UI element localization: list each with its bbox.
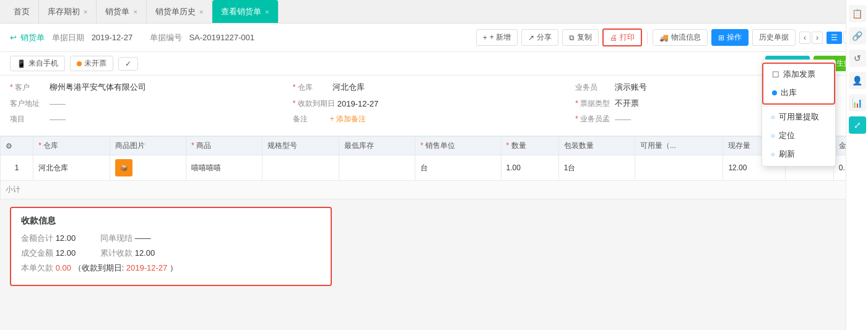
cumulative-value: 12.00 (135, 248, 155, 258)
add-invoice-label: 添加发票 (783, 69, 815, 80)
tab-sales-history[interactable]: 销货单历史 × (147, 0, 212, 23)
transaction-field: 成交金额 12.00 (21, 248, 76, 259)
available-label: 可用量提取 (779, 111, 819, 123)
sidebar-icon-4[interactable]: 👤 (849, 72, 866, 89)
history-button[interactable]: 历史单据 (752, 29, 796, 46)
tab-sales-close[interactable]: × (133, 8, 137, 15)
row-no: 1 (1, 155, 33, 181)
outbound-dot (772, 90, 777, 95)
row-package-qty: 1台 (558, 155, 635, 181)
form-row-2: 客户地址 —— 收款到期日 2019-12-27 票据类型 不开票 (10, 98, 858, 109)
outbound-label: 出库 (781, 87, 797, 98)
menu-outbound[interactable]: 出库 (763, 84, 834, 102)
transaction-value: 12.00 (56, 248, 76, 258)
history-label: 历史单据 (759, 32, 789, 43)
col-warehouse: 仓库 (33, 137, 110, 155)
tab-sales-order[interactable]: 销货单 × (97, 0, 146, 23)
transaction-label: 成交金额 (21, 248, 53, 258)
warehouse-field: 仓库 河北仓库 (293, 82, 576, 93)
total-field: 金额合计 12.00 (21, 233, 76, 244)
add-label: + 新增 (490, 32, 511, 43)
divider-1 (647, 32, 648, 44)
add-button[interactable]: + + 新增 (476, 29, 518, 46)
print-button[interactable]: 🖨 打印 (602, 28, 642, 46)
tab-inventory-close[interactable]: × (84, 8, 87, 15)
customer-value: 柳州粤港平安气体有限公司 (47, 82, 146, 93)
operate-button[interactable]: ⊞ 操作 (711, 29, 749, 46)
tab-view-close[interactable]: × (265, 8, 269, 15)
not-opened-label: 未开票 (84, 58, 106, 69)
salesperson-value: 演示账号 (612, 82, 647, 93)
col-settings[interactable]: ⚙ (1, 137, 33, 155)
project-value: —— (47, 115, 66, 124)
sidebar-icon-2[interactable]: 🔗 (849, 27, 866, 45)
from-mobile-button[interactable]: 📱 来自手机 (10, 56, 65, 71)
locate-icon: ○ (771, 132, 775, 139)
form-row-3: 项目 —— 备注 添加备注 业务员孟 —— (10, 114, 858, 124)
not-opened-button[interactable]: 未开票 (70, 56, 113, 71)
tab-view-sales[interactable]: 查看销货单 × (212, 0, 278, 23)
form-section: 客户 柳州粤港平安气体有限公司 仓库 河北仓库 业务员 演示账号 客户地址 ——… (0, 76, 868, 136)
prev-button[interactable]: ‹ (799, 32, 810, 44)
add-note-button[interactable]: 添加备注 (330, 114, 366, 124)
col-available: 可用量（... (635, 137, 723, 155)
menu-add-invoice[interactable]: ☐ 添加发票 (763, 65, 834, 84)
settlement-label: 同单现结 (100, 233, 132, 243)
due-date-field: 收款到期日 2019-12-27 (293, 98, 576, 109)
row-min-stock (339, 155, 415, 181)
share-label: 分享 (537, 32, 552, 43)
ticket-type-value: 不开票 (612, 98, 639, 109)
total-label: 金额合计 (21, 233, 53, 243)
copy-button[interactable]: ⧉ 复制 (562, 29, 599, 46)
check-icon-button[interactable]: ✓ (118, 57, 138, 71)
share-button[interactable]: ↗ 分享 (521, 29, 558, 46)
next-button[interactable]: › (812, 32, 823, 44)
menu-available-pickup[interactable]: ○ 可用量提取 (762, 108, 835, 126)
tab-home-label: 首页 (14, 6, 30, 17)
logistics-button[interactable]: 🚚 物流信息 (653, 29, 708, 46)
tab-bar: 首页 库存期初 × 销货单 × 销货单历史 × 查看销货单 × × (0, 0, 868, 24)
subtotal-row: 小计 (1, 181, 868, 199)
ticket-type-label: 票据类型 (575, 98, 612, 109)
sidebar-icon-3[interactable]: ↺ (849, 50, 866, 67)
from-mobile-label: 来自手机 (28, 58, 58, 69)
sidebar-icon-expand[interactable]: ⤢ (849, 116, 866, 134)
tab-history-close[interactable]: × (199, 8, 203, 15)
menu-locate[interactable]: ○ 定位 (762, 126, 835, 145)
sidebar-icon-1[interactable]: 📋 (849, 5, 866, 22)
table-header-row: ⚙ 仓库 商品图片 商品 规格型号 最低库存 销售单位 数量 包装数量 可用量（… (1, 137, 868, 155)
customer-label: 客户 (10, 82, 47, 93)
payment-row-1: 金额合计 12.00 同单现结 —— (21, 233, 321, 244)
table-section: ⚙ 仓库 商品图片 商品 规格型号 最低库存 销售单位 数量 包装数量 可用量（… (0, 136, 868, 199)
col-product-img: 商品图片 (110, 137, 186, 155)
tab-inventory-init[interactable]: 库存期初 × (39, 0, 97, 23)
tab-home[interactable]: 首页 (5, 0, 39, 23)
col-quantity: 数量 (501, 137, 558, 155)
nav-arrows: ‹ › (799, 32, 823, 44)
doc-meta: 单据日期 2019-12-27 单据编号 SA-20191227-001 (52, 32, 259, 43)
project-label: 项目 (10, 114, 47, 124)
payment-row-3: 本单欠款 0.00 （收款到期日: 2019-12-27 ） (21, 263, 321, 274)
customer-field: 客户 柳州粤港平安气体有限公司 (10, 82, 293, 93)
refresh-icon: ○ (771, 150, 775, 158)
refresh-label: 刷新 (779, 149, 795, 160)
payment-title: 收款信息 (21, 215, 321, 227)
settlement-field: 同单现结 —— (100, 233, 151, 244)
col-spec: 规格型号 (263, 137, 339, 155)
warehouse-value: 河北仓库 (330, 82, 365, 93)
balance-label: 本单欠款 (21, 263, 53, 272)
locate-label: 定位 (779, 130, 795, 141)
row-available (635, 155, 723, 181)
sidebar-icon-5[interactable]: 📊 (849, 94, 866, 111)
menu-refresh[interactable]: ○ 刷新 (762, 145, 835, 163)
copy-label: 复制 (577, 32, 592, 43)
data-table: ⚙ 仓库 商品图片 商品 规格型号 最低库存 销售单位 数量 包装数量 可用量（… (0, 136, 868, 199)
due-date-label: 收款到期日 (293, 98, 335, 109)
list-view-button[interactable]: ☰ (827, 32, 842, 44)
operate-icon: ⊞ (718, 33, 724, 42)
tab-history-label: 销货单历史 (155, 6, 196, 17)
doc-icon: ↩ (10, 33, 17, 42)
print-label: 打印 (620, 32, 635, 43)
row-warehouse: 河北仓库 (33, 155, 110, 181)
copy-icon: ⧉ (569, 33, 575, 42)
